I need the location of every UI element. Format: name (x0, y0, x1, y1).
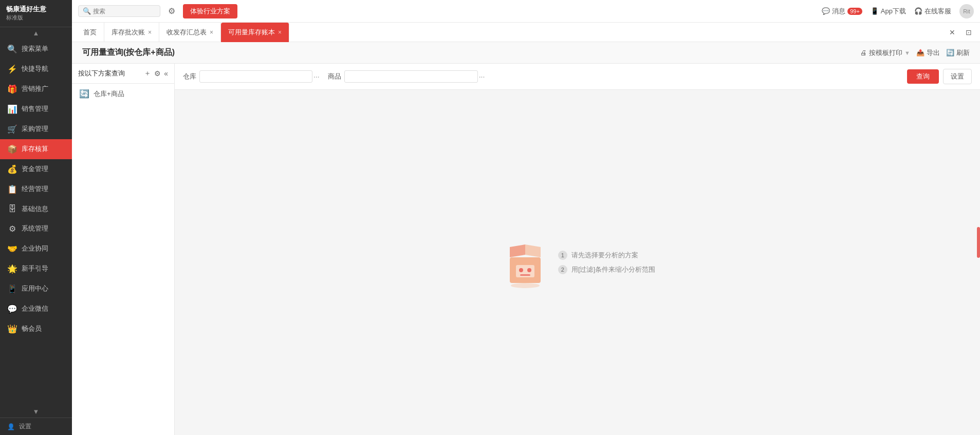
right-scrollbar[interactable] (977, 227, 980, 258)
sidebar-item-sales[interactable]: 📊 销售管理 (0, 99, 72, 119)
app-download-btn[interactable]: 📱 App下载 (871, 7, 906, 16)
sidebar-item-inventory[interactable]: 📦 库存核算 (0, 139, 72, 159)
filter-warehouse-input[interactable] (199, 70, 312, 83)
sidebar-item-wecom[interactable]: 💬 企业微信 (0, 299, 72, 319)
export-btn[interactable]: 📤 导出 (916, 48, 940, 58)
sidebar-user-label: 设置 (19, 422, 31, 431)
tab-summary-close[interactable]: × (210, 29, 213, 36)
tip-text-1: 请先选择要分析的方案 (571, 251, 638, 260)
tab-expand-btn[interactable]: ⊡ (961, 25, 976, 40)
left-panel-settings-btn[interactable]: ⚙ (154, 69, 161, 78)
tab-available[interactable]: 可用量库存账本 × (221, 23, 289, 42)
sidebar-item-finance[interactable]: 💰 资金管理 (0, 159, 72, 179)
sidebar-scroll-up[interactable]: ▲ (0, 27, 72, 39)
app-name: 畅康通好生意 (6, 5, 66, 14)
tab-home[interactable]: 首页 (76, 23, 104, 42)
sidebar-user-avatar: 👤 (7, 423, 15, 430)
sidebar-header: 畅康通好生意 标准版 (0, 0, 72, 27)
warehouse-product-icon: 🔄 (79, 89, 89, 99)
sidebar-item-newbie[interactable]: 🌟 新手引导 (0, 259, 72, 279)
sales-icon: 📊 (7, 104, 17, 114)
sidebar-item-basic[interactable]: 🗄 基础信息 (0, 199, 72, 219)
print-btn[interactable]: 🖨 按模板打印 ▼ (860, 48, 910, 58)
sidebar: 畅康通好生意 标准版 ▲ 🔍 搜索菜单 ⚡ 快捷导航 🎁 营销推广 📊 销售管理… (0, 0, 72, 435)
content-area: 按以下方案查询 ＋ ⚙ « 🔄 仓库+商品 仓库 ··· (72, 64, 980, 435)
tab-available-label: 可用量库存账本 (228, 28, 275, 37)
tip-text-2: 用[过滤]条件来缩小分析范围 (571, 265, 655, 274)
page-title: 可用量查询(按仓库+商品) (82, 47, 175, 58)
settings-btn[interactable]: 设置 (943, 69, 972, 84)
empty-state-content: 1 请先选择要分析的方案 2 用[过滤]条件来缩小分析范围 (500, 239, 655, 286)
tab-batch-close[interactable]: × (148, 29, 152, 36)
empty-state-illustration (500, 239, 546, 286)
right-panel: 仓库 ··· 商品 ··· 查询 设置 (175, 64, 980, 435)
filter-bar: 仓库 ··· 商品 ··· 查询 设置 (175, 64, 980, 90)
print-label: 按模板打印 (869, 48, 902, 58)
filter-actions: 查询 设置 (907, 69, 972, 84)
basic-icon: 🗄 (7, 204, 17, 214)
sidebar-scroll-down[interactable]: ▼ (0, 406, 72, 418)
topbar-gear-btn[interactable]: ⚙ (164, 4, 179, 18)
main-area: 🔍 ⚙ 体验行业方案 💬 消息 99+ 📱 App下载 🎧 在线客服 Rit (72, 0, 980, 435)
print-icon: 🖨 (860, 49, 867, 56)
tab-home-label: 首页 (83, 28, 97, 37)
sidebar-item-quicknav[interactable]: ⚡ 快捷导航 (0, 59, 72, 79)
finance-icon: 💰 (7, 164, 17, 174)
trial-btn[interactable]: 体验行业方案 (183, 4, 237, 18)
app-edition: 标准版 (6, 14, 66, 22)
print-dropdown-icon[interactable]: ▼ (904, 50, 910, 56)
svg-point-4 (519, 268, 523, 272)
left-panel-collapse-btn[interactable]: « (164, 69, 168, 78)
tip-item-1: 1 请先选择要分析的方案 (558, 251, 655, 260)
sidebar-item-member[interactable]: 👑 畅会员 (0, 319, 72, 339)
enterprise-icon: 🤝 (7, 244, 17, 254)
online-service-icon: 🎧 (914, 7, 922, 15)
tip-item-2: 2 用[过滤]条件来缩小分析范围 (558, 265, 655, 274)
online-service-btn[interactable]: 🎧 在线客服 (914, 7, 951, 16)
system-icon: ⚙ (7, 224, 17, 234)
tab-close-all-btn[interactable]: ✕ (945, 25, 959, 40)
message-icon: 💬 (822, 7, 830, 15)
sidebar-item-marketing[interactable]: 🎁 营销推广 (0, 79, 72, 99)
topbar-search-input[interactable] (93, 8, 155, 15)
avatar: Rit (959, 4, 974, 18)
sidebar-item-search[interactable]: 🔍 搜索菜单 (0, 39, 72, 59)
sidebar-bottom-user[interactable]: 👤 设置 (0, 418, 72, 435)
sidebar-item-enterprise[interactable]: 🤝 企业协同 (0, 239, 72, 259)
topbar-search-box[interactable]: 🔍 (78, 5, 160, 17)
filter-warehouse-label: 仓库 (183, 72, 196, 81)
quicknav-icon: ⚡ (7, 64, 17, 74)
filter-product-input[interactable] (344, 70, 478, 83)
tab-available-close[interactable]: × (278, 29, 282, 36)
appcenter-icon: 📱 (7, 284, 17, 294)
query-btn[interactable]: 查询 (907, 69, 939, 84)
inventory-icon: 📦 (7, 144, 17, 154)
marketing-icon: 🎁 (7, 84, 17, 94)
export-label: 导出 (927, 48, 940, 58)
svg-point-5 (527, 268, 531, 272)
empty-state-tips: 1 请先选择要分析的方案 2 用[过滤]条件来缩小分析范围 (558, 251, 655, 274)
left-panel-add-btn[interactable]: ＋ (144, 69, 151, 78)
topbar-user[interactable]: Rit (959, 4, 974, 18)
refresh-icon: 🔄 (946, 49, 954, 56)
sidebar-item-appcenter[interactable]: 📱 应用中心 (0, 279, 72, 299)
left-panel-item-warehouse-product[interactable]: 🔄 仓库+商品 (72, 84, 174, 104)
topbar-actions: 💬 消息 99+ 📱 App下载 🎧 在线客服 Rit (822, 4, 974, 18)
message-btn[interactable]: 💬 消息 99+ (822, 7, 862, 16)
sidebar-item-purchase[interactable]: 🛒 采购管理 (0, 119, 72, 139)
filter-product-label: 商品 (328, 72, 341, 81)
sidebar-item-operation[interactable]: 📋 经营管理 (0, 179, 72, 199)
left-panel-header: 按以下方案查询 ＋ ⚙ « (72, 64, 174, 84)
filter-product-field: 商品 ··· (328, 70, 485, 83)
left-panel-item-label: 仓库+商品 (94, 89, 124, 99)
tab-summary[interactable]: 收发存汇总表 × (159, 23, 221, 42)
tabs-bar: 首页 库存批次账 × 收发存汇总表 × 可用量库存账本 × ✕ ⊡ (72, 23, 980, 42)
tab-summary-label: 收发存汇总表 (167, 28, 207, 37)
sidebar-item-system[interactable]: ⚙ 系统管理 (0, 219, 72, 239)
filter-warehouse-more-btn[interactable]: ··· (313, 72, 320, 81)
svg-rect-6 (520, 274, 530, 276)
filter-product-more-btn[interactable]: ··· (479, 72, 485, 81)
message-badge: 99+ (847, 8, 862, 15)
refresh-btn[interactable]: 🔄 刷新 (946, 48, 970, 58)
tab-batch[interactable]: 库存批次账 × (104, 23, 159, 42)
